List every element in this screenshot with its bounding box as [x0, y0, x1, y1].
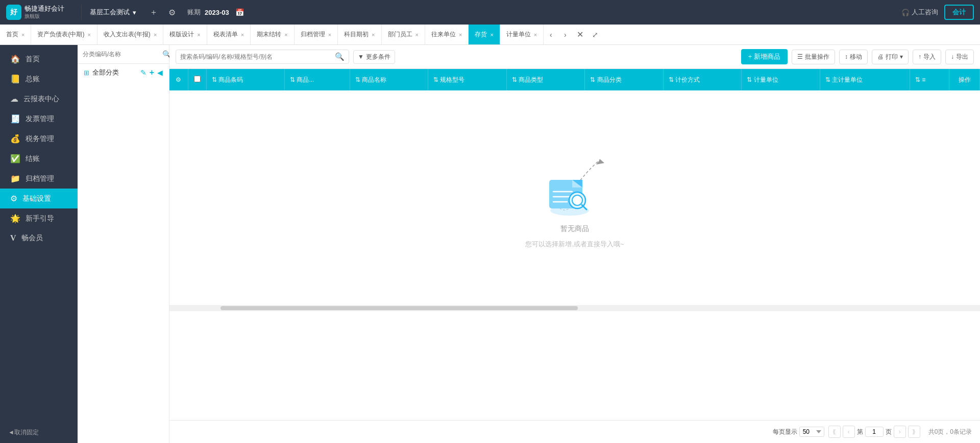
- batch-operation-button[interactable]: ☰ 批量操作: [792, 50, 835, 64]
- category-collapse-icon[interactable]: ◀: [157, 68, 163, 77]
- sidebar-unpin-button[interactable]: ◄取消固定: [0, 422, 78, 443]
- sidebar-item-home[interactable]: 🏠 首页: [0, 49, 78, 69]
- tab-income-close[interactable]: ×: [154, 32, 157, 38]
- expand-tab-button[interactable]: ⤢: [587, 25, 603, 44]
- col-price-sort-icon: ⇅: [669, 76, 674, 83]
- sidebar-item-member[interactable]: V 畅会员: [0, 228, 78, 248]
- tab-inventory[interactable]: 存货 ×: [469, 25, 500, 44]
- export-button[interactable]: ↓ 导出: [945, 50, 974, 64]
- select-all-checkbox[interactable]: [194, 76, 201, 82]
- sidebar-item-ledger[interactable]: 📒 总账: [0, 69, 78, 89]
- tab-period-end[interactable]: 期末结转 ×: [251, 25, 294, 44]
- settings-icon[interactable]: ⚙: [165, 5, 179, 19]
- tab-template-close[interactable]: ×: [197, 32, 200, 38]
- tab-prev-button[interactable]: ‹: [544, 25, 558, 44]
- col-type-sort-icon: ⇅: [512, 76, 517, 83]
- table-col-spec[interactable]: ⇅ 规格型号: [428, 69, 507, 90]
- right-content: 🔍 ▼ 更多条件 + 新增商品 ☰ 批量操作 ↕ 移动: [169, 45, 980, 443]
- table-col-price-method[interactable]: ⇅ 计价方式: [663, 69, 742, 90]
- add-product-label: + 新增商品: [748, 52, 780, 61]
- tab-home[interactable]: 首页 ×: [0, 25, 31, 44]
- period-label: 账期: [187, 8, 201, 17]
- table-col-checkbox[interactable]: [188, 69, 206, 90]
- import-button[interactable]: ↑ 导入: [913, 50, 941, 64]
- col-barcode-label: 商品条码: [218, 76, 243, 83]
- col-extra-sort-icon: ⇅: [915, 76, 920, 83]
- last-page-button[interactable]: ⟫: [908, 426, 920, 438]
- tab-balance-sheet[interactable]: 资产负债表(中期) ×: [31, 25, 97, 44]
- category-add-icon[interactable]: +: [150, 68, 154, 77]
- horizontal-scrollbar[interactable]: [169, 305, 980, 311]
- print-button[interactable]: 🖨 打印 ▾: [872, 50, 909, 64]
- tab-next-button[interactable]: ›: [558, 25, 572, 44]
- tab-subject[interactable]: 科目期初 ×: [338, 25, 381, 44]
- tab-unit-close[interactable]: ×: [534, 32, 537, 38]
- sidebar-item-guide[interactable]: 🌟 新手引导: [0, 208, 78, 228]
- tab-archive[interactable]: 归档管理 ×: [295, 25, 338, 44]
- page-number-input[interactable]: [865, 427, 884, 437]
- scrollbar-thumb[interactable]: [220, 306, 578, 310]
- tax-icon: 💰: [10, 134, 20, 144]
- first-page-button[interactable]: ⟪: [828, 426, 841, 438]
- tab-period-close[interactable]: ×: [284, 32, 287, 38]
- search-icon[interactable]: 🔍: [335, 52, 345, 61]
- pagination: 每页显示 50 10 20 100 ⟪ ‹ 第 页 › ⟫: [169, 420, 980, 443]
- table-col-main-unit[interactable]: ⇅ 主计量单位: [820, 69, 910, 90]
- table-col-unit[interactable]: ⇅ 计量单位: [742, 69, 820, 90]
- per-page-label: 每页显示: [773, 428, 797, 436]
- sidebar-item-closing[interactable]: ✅ 结账: [0, 149, 78, 169]
- category-search-input[interactable]: [83, 51, 159, 58]
- product-search-input[interactable]: [180, 53, 332, 60]
- table-col-category[interactable]: ⇅ 商品分类: [585, 69, 664, 90]
- add-tab-button[interactable]: ＋: [146, 5, 161, 19]
- export-icon: ↓: [951, 53, 954, 60]
- close-all-tabs-button[interactable]: ✕: [572, 25, 587, 44]
- sidebar-cloud-label: 云报表中心: [23, 95, 59, 104]
- tab-template[interactable]: 模版设计 ×: [163, 25, 207, 44]
- table-col-barcode[interactable]: ⇅ 商品条码: [206, 69, 285, 90]
- tab-archive-close[interactable]: ×: [328, 32, 331, 38]
- add-product-button[interactable]: + 新增商品: [741, 49, 788, 64]
- tab-tax-list-close[interactable]: ×: [241, 32, 244, 38]
- tab-contact[interactable]: 往来单位 ×: [425, 25, 469, 44]
- tab-tax-list[interactable]: 税表清单 ×: [207, 25, 251, 44]
- tab-balance-close[interactable]: ×: [87, 32, 90, 38]
- move-button[interactable]: ↕ 移动: [839, 50, 868, 64]
- tab-inventory-close[interactable]: ×: [490, 32, 493, 38]
- tab-unit[interactable]: 计量单位 ×: [500, 25, 544, 44]
- col-op-label: 操作: [959, 76, 971, 83]
- more-filter-button[interactable]: ▼ 更多条件: [353, 50, 395, 64]
- tab-dept[interactable]: 部门员工 ×: [382, 25, 425, 44]
- tab-template-label: 模版设计: [169, 30, 194, 39]
- next-page-button[interactable]: ›: [894, 426, 906, 438]
- table-col-extra[interactable]: ⇅ ≡: [910, 69, 949, 90]
- tab-dept-close[interactable]: ×: [415, 32, 419, 38]
- table-col-type[interactable]: ⇅ 商品类型: [506, 69, 585, 90]
- sidebar-tax-label: 税务管理: [26, 134, 54, 144]
- prev-page-button[interactable]: ‹: [843, 426, 855, 438]
- account-label: 会计: [952, 8, 966, 16]
- col-main-unit-label: 主计量单位: [832, 76, 863, 83]
- table-col-name[interactable]: ⇅ 商品名称: [350, 69, 428, 90]
- category-panel: 🔍 ⊞ 全部分类 ✎ + ◀: [78, 45, 169, 443]
- sidebar-item-basic-settings[interactable]: ⚙ 基础设置: [0, 189, 78, 208]
- sidebar-item-invoice[interactable]: 🧾 发票管理: [0, 109, 78, 129]
- tab-contact-close[interactable]: ×: [459, 32, 462, 38]
- sidebar-item-archive[interactable]: 📁 归档管理: [0, 169, 78, 189]
- sidebar-item-tax[interactable]: 💰 税务管理: [0, 129, 78, 149]
- company-selector[interactable]: 基层工会测试 ▾: [86, 8, 140, 17]
- consult-button[interactable]: 🎧 人工咨询: [901, 8, 938, 17]
- tab-income[interactable]: 收入支出表(年报) ×: [97, 25, 163, 44]
- per-page-select[interactable]: 50 10 20 100: [799, 427, 824, 437]
- calendar-icon[interactable]: 📅: [235, 8, 244, 16]
- table-col-code[interactable]: ⇅ 商品...: [285, 69, 350, 90]
- main-layout: 🏠 首页 📒 总账 ☁ 云报表中心 🧾 发票管理 💰 税务管理 ✅ 结账 📁 归…: [0, 45, 980, 443]
- sidebar-guide-label: 新手引导: [26, 214, 54, 223]
- tab-home-close[interactable]: ×: [21, 32, 24, 38]
- account-button[interactable]: 会计: [944, 5, 974, 20]
- sidebar-item-cloud-report[interactable]: ☁ 云报表中心: [0, 89, 78, 109]
- category-edit-icon[interactable]: ✎: [140, 68, 146, 77]
- tab-subject-close[interactable]: ×: [372, 32, 375, 38]
- table-col-settings[interactable]: ⚙: [169, 69, 188, 90]
- category-all-item[interactable]: ⊞ 全部分类 ✎ + ◀: [78, 64, 169, 81]
